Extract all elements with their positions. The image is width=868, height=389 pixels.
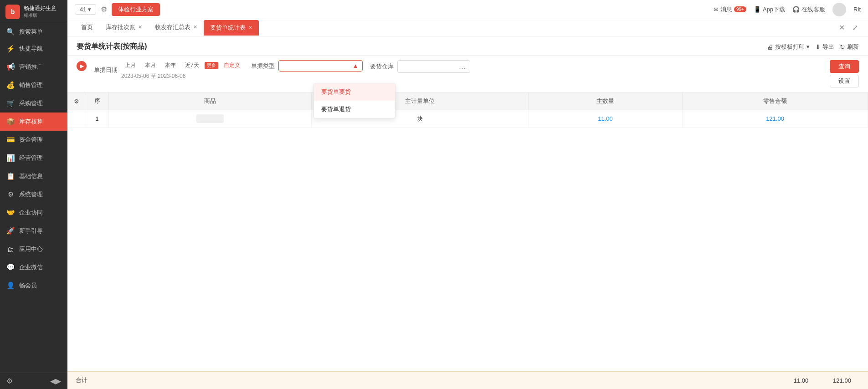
store-name: 41	[80, 6, 86, 13]
topbar-right: ✉ 消息 99+ 📱 App下载 🎧 在线客服 Rit	[714, 3, 861, 16]
refresh-label: 刷新	[847, 43, 859, 51]
warehouse-more-icon[interactable]: …	[459, 62, 466, 71]
wechat-icon: 💬	[6, 263, 15, 271]
sidebar-item-quick-nav[interactable]: ⚡ 快捷导航	[0, 40, 67, 58]
tab-summary-label: 收发存汇总表	[155, 23, 190, 31]
tab-maximize-button[interactable]: ⤢	[849, 22, 861, 33]
sidebar-label-system: 系统管理	[19, 190, 43, 199]
footer-amount: 121.00	[822, 377, 863, 384]
table-row: 1 块 11.00 121.00	[67, 110, 868, 128]
table-footer: 合计 11.00 121.00	[67, 371, 868, 389]
col-header-settings[interactable]: ⚙	[67, 92, 86, 110]
tabbar: 首页 库存批次账 ✕ 收发存汇总表 ✕ 要货单统计表 ✕ ✕ ⤢	[67, 19, 868, 36]
row-0-qty: 11.00	[528, 110, 682, 128]
sidebar-item-basic[interactable]: 📋 基础信息	[0, 167, 67, 185]
date-btn-this-year[interactable]: 本年	[161, 60, 180, 71]
messages-badge: 99+	[734, 6, 746, 12]
date-range-display: 2023-05-06 至 2023-06-06	[121, 72, 244, 80]
tab-inventory-batch-label: 库存批次账	[106, 23, 135, 31]
export-button[interactable]: ⬇ 导出	[815, 43, 834, 51]
warehouse-filter-dropdown[interactable]: …	[397, 60, 470, 73]
date-btn-7days[interactable]: 近7天	[181, 60, 203, 71]
query-button[interactable]: 查询	[830, 60, 859, 73]
data-table: ⚙ 序 商品 主计量单位 主数量	[67, 92, 868, 128]
type-filter-dropdown[interactable]: ▲	[278, 60, 363, 72]
sidebar-item-guide[interactable]: 🚀 新手引导	[0, 222, 67, 240]
sidebar-item-operation[interactable]: 📊 经营管理	[0, 149, 67, 167]
enterprise-icon: 🤝	[6, 209, 15, 217]
sidebar-item-system[interactable]: ⚙ 系统管理	[0, 185, 67, 204]
warehouse-filter-label: 要货仓库	[370, 62, 394, 71]
filter-bar: ▶ 单据日期 上月 本月 本年 近7天 更多 自定义 2023-05-06 至 …	[67, 56, 868, 92]
main-area: 41 ▾ ⚙ 体验行业方案 ✉ 消息 99+ 📱 App下载 🎧 在线客服 Ri…	[67, 0, 868, 389]
tab-close-all-button[interactable]: ✕	[836, 22, 847, 33]
sidebar-label-enterprise: 企业协同	[19, 209, 43, 217]
col-header-amount: 零售金额	[683, 92, 868, 110]
filter-settings-button[interactable]: 设置	[830, 75, 859, 87]
row-0-seq: 1	[86, 110, 108, 128]
filter-expand-button[interactable]: ▶	[77, 61, 87, 71]
trial-button[interactable]: 体验行业方案	[112, 3, 160, 16]
sidebar-item-marketing[interactable]: 📢 营销推广	[0, 58, 67, 76]
sales-icon: 💰	[6, 81, 15, 89]
sidebar-label-inventory: 库存核算	[19, 118, 43, 126]
sidebar-item-wechat[interactable]: 💬 企业微信	[0, 258, 67, 276]
tab-order-stats-close[interactable]: ✕	[248, 25, 252, 31]
print-dropdown-icon: ▾	[806, 43, 810, 50]
search-icon: 🔍	[6, 28, 15, 36]
online-service-label: 在线客服	[801, 5, 825, 14]
sidebar-item-finance[interactable]: 💳 资金管理	[0, 131, 67, 149]
footer-qty: 11.00	[781, 377, 822, 384]
sidebar-item-member[interactable]: 👤 畅会员	[0, 276, 67, 295]
app-download-label: App下载	[763, 5, 785, 14]
sidebar-label-finance: 资金管理	[19, 136, 43, 144]
sidebar-item-appstore[interactable]: 🗂 应用中心	[0, 240, 67, 258]
date-btn-this-month[interactable]: 本月	[141, 60, 159, 71]
logo-title: 畅捷通好生意	[24, 5, 56, 12]
col-settings-icon: ⚙	[74, 98, 79, 105]
topbar-settings-icon[interactable]: ⚙	[100, 4, 108, 15]
sidebar-item-purchase[interactable]: 🛒 采购管理	[0, 94, 67, 113]
dropdown-item-0[interactable]: 要货单要货	[314, 83, 395, 101]
sidebar-settings-icon[interactable]: ⚙	[6, 377, 13, 385]
tab-home[interactable]: 首页	[75, 20, 99, 36]
sidebar-label-appstore: 应用中心	[19, 245, 43, 253]
page-actions: 🖨 按模板打印 ▾ ⬇ 导出 ↻ 刷新	[767, 43, 859, 51]
row-0-amount: 121.00	[683, 110, 868, 128]
app-download-action[interactable]: 📱 App下载	[754, 5, 785, 14]
sidebar-item-search[interactable]: 🔍 搜索菜单	[0, 24, 67, 40]
type-filter-group: 单据类型 ▲	[251, 60, 363, 72]
print-template-button[interactable]: 🖨 按模板打印 ▾	[767, 43, 810, 51]
marketing-icon: 📢	[6, 63, 15, 71]
messages-action[interactable]: ✉ 消息 99+	[714, 5, 746, 14]
avatar[interactable]	[832, 3, 846, 16]
export-icon: ⬇	[815, 43, 821, 51]
system-icon: ⚙	[6, 190, 15, 199]
dropdown-item-1[interactable]: 要货单退货	[314, 101, 395, 118]
appstore-icon: 🗂	[6, 246, 15, 253]
date-filter-group: 单据日期 上月 本月 本年 近7天 更多 自定义 2023-05-06 至 20…	[94, 60, 244, 80]
sidebar-bottom: ⚙ ◀▶	[0, 373, 67, 389]
store-selector[interactable]: 41 ▾	[75, 4, 96, 15]
date-btn-last-month[interactable]: 上月	[121, 60, 139, 71]
refresh-icon: ↻	[840, 43, 845, 51]
sidebar: b 畅捷通好生意 标准版 🔍 搜索菜单 ⚡ 快捷导航 📢 营销推广 💰 销售管理…	[0, 0, 67, 389]
tab-summary-close[interactable]: ✕	[193, 24, 197, 30]
tab-summary[interactable]: 收发存汇总表 ✕	[149, 20, 204, 36]
refresh-button[interactable]: ↻ 刷新	[840, 43, 859, 51]
sidebar-label-wechat: 企业微信	[19, 263, 43, 271]
sidebar-label-purchase: 采购管理	[19, 99, 43, 107]
tab-inventory-batch-close[interactable]: ✕	[138, 24, 142, 30]
type-filter-input[interactable]	[282, 62, 351, 69]
sidebar-item-sales[interactable]: 💰 销售管理	[0, 76, 67, 94]
online-service-action[interactable]: 🎧 在线客服	[792, 5, 825, 14]
date-btn-custom[interactable]: 自定义	[220, 60, 244, 71]
member-icon: 👤	[6, 282, 15, 290]
sidebar-item-enterprise[interactable]: 🤝 企业协同	[0, 204, 67, 222]
sidebar-item-inventory[interactable]: 📦 库存核算	[0, 113, 67, 131]
tab-inventory-batch[interactable]: 库存批次账 ✕	[99, 20, 149, 36]
sidebar-label-sales: 销售管理	[19, 81, 43, 89]
table-header: ⚙ 序 商品 主计量单位 主数量	[67, 92, 868, 110]
tab-order-stats[interactable]: 要货单统计表 ✕	[204, 20, 259, 36]
sidebar-collapse-icon[interactable]: ◀▶	[50, 377, 61, 385]
